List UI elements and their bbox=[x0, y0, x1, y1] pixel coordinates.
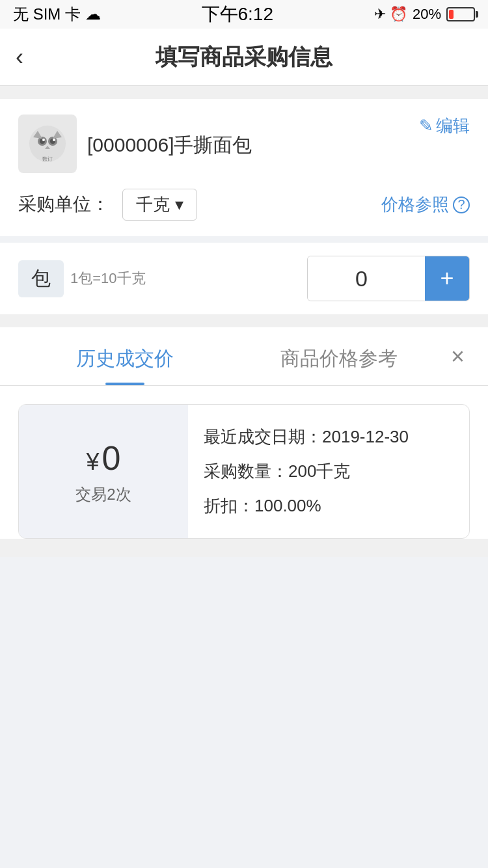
price-currency-symbol: ¥ bbox=[87, 448, 100, 475]
status-right: ✈ ⏰ 20% bbox=[374, 6, 475, 23]
price-value: 0 bbox=[102, 439, 121, 477]
discount-row: 折扣：100.00% bbox=[204, 493, 454, 519]
recent-date-value: 2019-12-30 bbox=[322, 427, 409, 446]
tab-history-label: 历史成交价 bbox=[76, 347, 174, 369]
price-ref-help-icon: ? bbox=[453, 197, 470, 213]
purchase-quantity-row: 采购数量：200千克 bbox=[204, 459, 454, 484]
section-divider bbox=[0, 236, 488, 243]
product-card: 数订 [0000006]手撕面包 ✎ 编辑 采购单位： 千克 ▾ 价格参照 ? bbox=[0, 99, 488, 236]
battery-icon bbox=[446, 7, 475, 21]
edit-icon: ✎ bbox=[419, 116, 433, 136]
svg-text:数订: 数订 bbox=[42, 156, 53, 162]
product-header: 数订 [0000006]手撕面包 ✎ 编辑 bbox=[18, 115, 470, 173]
product-name: [0000006]手撕面包 bbox=[87, 132, 252, 159]
battery-text: 20% bbox=[413, 6, 441, 23]
tab-product-price-ref[interactable]: 商品价格参考 bbox=[232, 327, 445, 385]
dropdown-arrow-icon: ▾ bbox=[175, 195, 183, 215]
price-card: ¥0 交易2次 最近成交日期：2019-12-30 采购数量：200千克 折扣：… bbox=[18, 404, 470, 539]
recent-date-label: 最近成交日期： bbox=[204, 427, 322, 446]
quantity-input[interactable] bbox=[308, 256, 425, 301]
price-reference-button[interactable]: 价格参照 ? bbox=[381, 193, 470, 216]
quantity-unit-box: 包 bbox=[18, 260, 64, 297]
purchase-quantity-value: 200千克 bbox=[288, 461, 350, 481]
status-bar: 无 SIM 卡 ☁ 下午6:12 ✈ ⏰ 20% bbox=[0, 0, 488, 29]
svg-point-5 bbox=[42, 139, 45, 141]
price-amount: ¥0 bbox=[87, 439, 121, 478]
recent-date-row: 最近成交日期：2019-12-30 bbox=[204, 424, 454, 450]
discount-value: 100.00% bbox=[254, 496, 321, 515]
quantity-row: 包 1包=10千克 + bbox=[0, 243, 488, 314]
edit-label: 编辑 bbox=[436, 115, 470, 137]
tabs-section: 历史成交价 商品价格参考 × ¥0 交易2次 最近成交日期：2019-12-30… bbox=[0, 327, 488, 539]
trade-count: 交易2次 bbox=[75, 484, 131, 505]
nav-bar: ‹ 填写商品采购信息 bbox=[0, 29, 488, 86]
product-left: 数订 [0000006]手撕面包 bbox=[18, 115, 252, 173]
signal-icon: ✈ ⏰ bbox=[374, 6, 407, 23]
svg-point-6 bbox=[53, 139, 55, 141]
tabs-header: 历史成交价 商品价格参考 × bbox=[0, 327, 488, 386]
quantity-plus-button[interactable]: + bbox=[425, 256, 469, 301]
discount-label: 折扣： bbox=[204, 496, 254, 515]
purchase-quantity-label: 采购数量： bbox=[204, 461, 288, 481]
back-button[interactable]: ‹ bbox=[16, 44, 23, 71]
product-unit-row: 采购单位： 千克 ▾ 价格参照 ? bbox=[18, 189, 470, 221]
status-left: 无 SIM 卡 ☁ bbox=[13, 4, 101, 25]
product-thumbnail: 数订 bbox=[18, 115, 77, 173]
unit-select[interactable]: 千克 ▾ bbox=[122, 189, 197, 221]
signal-text: 无 SIM 卡 ☁ bbox=[13, 4, 101, 25]
status-time: 下午6:12 bbox=[202, 2, 274, 27]
quantity-unit-hint: 1包=10千克 bbox=[70, 269, 146, 288]
tab-price-ref-label: 商品价格参考 bbox=[280, 347, 398, 369]
tab-history-price[interactable]: 历史成交价 bbox=[18, 327, 232, 385]
product-logo-icon: 数订 bbox=[28, 124, 67, 163]
quantity-unit-block: 包 1包=10千克 bbox=[18, 260, 307, 297]
page-title: 填写商品采购信息 bbox=[156, 42, 332, 72]
unit-label: 采购单位： bbox=[18, 194, 109, 214]
close-button[interactable]: × bbox=[446, 330, 470, 383]
quantity-input-group: + bbox=[307, 256, 470, 301]
price-right-panel: 最近成交日期：2019-12-30 采购数量：200千克 折扣：100.00% bbox=[188, 405, 469, 538]
unit-section: 采购单位： 千克 ▾ bbox=[18, 189, 197, 221]
page-background bbox=[0, 557, 488, 868]
price-left-panel: ¥0 交易2次 bbox=[19, 405, 188, 538]
battery-fill bbox=[449, 10, 454, 19]
price-ref-label: 价格参照 bbox=[381, 193, 449, 216]
unit-value: 千克 bbox=[136, 193, 170, 216]
edit-button[interactable]: ✎ 编辑 bbox=[419, 115, 470, 137]
